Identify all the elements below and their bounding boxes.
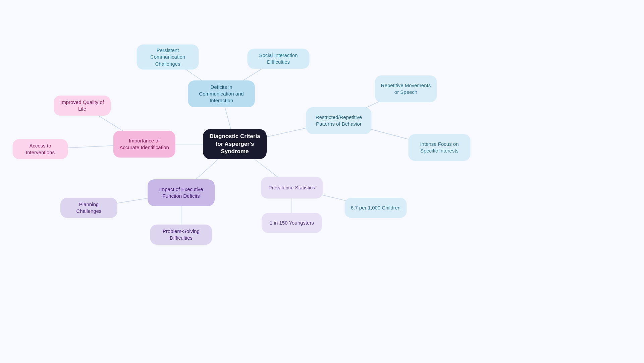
importance-id-node: Importance of Accurate Identification bbox=[113, 131, 175, 158]
intense-focus-node: Intense Focus on Specific Interests bbox=[409, 134, 471, 161]
center-node: Diagnostic Criteria for Asperger's Syndr… bbox=[203, 129, 267, 159]
exec-function-node: Impact of Executive Function Deficits bbox=[148, 179, 215, 206]
repetitive-movements-node: Repetitive Movements or Speech bbox=[375, 75, 437, 102]
planning-node: Planning Challenges bbox=[60, 198, 117, 218]
social-interaction-node: Social Interaction Difficulties bbox=[248, 49, 310, 69]
restricted-patterns-node: Restricted/Repetitive Patterns of Behavi… bbox=[306, 107, 372, 134]
deficits-comm-node: Deficits in Communication and Interactio… bbox=[188, 80, 255, 107]
improved-quality-node: Improved Quality of Life bbox=[54, 96, 111, 116]
six-point-seven-node: 6.7 per 1,000 Children bbox=[345, 198, 407, 218]
access-interventions-node: Access to Interventions bbox=[13, 139, 68, 159]
one-in-150-node: 1 in 150 Youngsters bbox=[262, 213, 322, 233]
prevalence-node: Prevalence Statistics bbox=[261, 177, 323, 199]
persistent-comm-node: Persistent Communication Challenges bbox=[137, 45, 199, 70]
problem-solving-node: Problem-Solving Difficulties bbox=[150, 225, 212, 245]
